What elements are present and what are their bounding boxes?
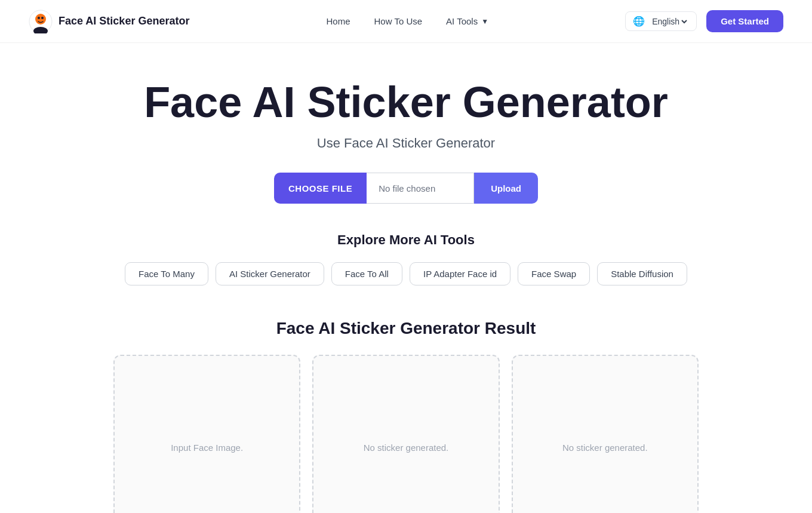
result-card-input: Input Face Image. [113,355,300,513]
brand-name: Face AI Sticker Generator [59,15,189,27]
tool-chip-face-to-many[interactable]: Face To Many [125,262,208,285]
tool-chip-ai-sticker[interactable]: AI Sticker Generator [216,262,324,285]
result-section-title: Face AI Sticker Generator Result [276,319,536,338]
page-subtitle: Use Face AI Sticker Generator [317,136,495,151]
page-title: Face AI Sticker Generator [144,79,668,126]
choose-file-button[interactable]: CHOOSE FILE [274,173,367,204]
result-grid: Input Face Image. No sticker generated. … [113,355,699,513]
svg-point-3 [38,17,40,19]
logo-icon [29,10,53,33]
result-card-sticker-2-text: No sticker generated. [562,443,648,453]
svg-point-1 [35,14,46,24]
svg-point-4 [41,17,44,19]
explore-section-title: Explore More AI Tools [337,232,475,248]
nav-links: Home How To Use AI Tools ▼ [326,16,488,26]
brand: Face AI Sticker Generator [29,10,189,33]
get-started-button[interactable]: Get Started [706,10,783,32]
navbar: Face AI Sticker Generator Home How To Us… [0,0,812,43]
how-to-use-link[interactable]: How To Use [374,16,423,26]
globe-icon: 🌐 [633,16,645,27]
chevron-down-icon: ▼ [481,17,488,26]
language-selector[interactable]: 🌐 English [625,11,697,31]
tool-chip-face-to-all[interactable]: Face To All [331,262,402,285]
ai-tools-menu[interactable]: AI Tools ▼ [446,16,488,26]
file-name-display: No file chosen [367,173,474,204]
language-dropdown[interactable]: English [650,16,689,27]
result-card-sticker-1: No sticker generated. [312,355,499,513]
home-link[interactable]: Home [326,16,350,26]
tool-chip-stable-diffusion[interactable]: Stable Diffusion [597,262,687,285]
result-card-sticker-2: No sticker generated. [512,355,699,513]
tool-chip-ip-adapter[interactable]: IP Adapter Face id [410,262,510,285]
tool-chip-face-swap[interactable]: Face Swap [518,262,590,285]
ai-tools-label: AI Tools [446,16,478,26]
tools-row: Face To Many AI Sticker Generator Face T… [125,262,687,285]
upload-button[interactable]: Upload [474,173,538,204]
nav-right: 🌐 English Get Started [625,10,783,32]
upload-row: CHOOSE FILE No file chosen Upload [274,173,538,204]
main-content: Face AI Sticker Generator Use Face AI St… [0,43,812,513]
result-card-sticker-1-text: No sticker generated. [364,443,449,453]
result-card-input-text: Input Face Image. [171,443,243,453]
